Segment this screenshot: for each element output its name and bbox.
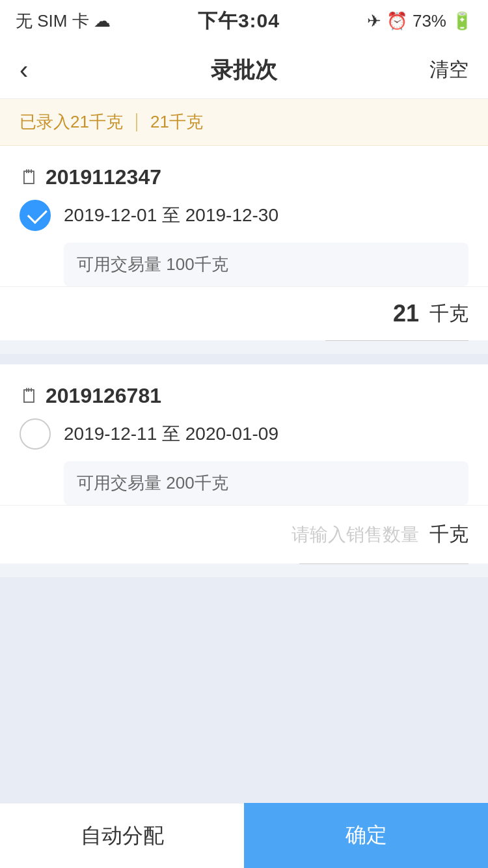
batch1-radio[interactable] <box>20 200 51 231</box>
batch1-available: 可用交易量 100千克 <box>64 243 468 286</box>
batch2-available: 可用交易量 200千克 <box>64 461 468 505</box>
empty-area <box>0 577 488 824</box>
no-sim-label: 无 SIM 卡 ☁ <box>16 10 111 33</box>
summary-divider <box>136 113 137 131</box>
batch2-row[interactable]: 2019-12-11 至 2020-01-09 <box>20 418 468 450</box>
batch2-header: 🗒 2019126781 <box>20 384 468 408</box>
section-divider <box>0 354 488 364</box>
alarm-icon: ⏰ <box>386 11 407 31</box>
summary-bar: 已录入21千克 21千克 <box>0 99 488 146</box>
nav-bar: ‹ 录批次 清空 <box>0 42 488 99</box>
back-button[interactable]: ‹ <box>20 55 59 85</box>
batch2-input-line <box>299 563 468 564</box>
batch1-icon: 🗒 <box>20 167 39 189</box>
batch2-qty-placeholder: 请输入销售数量 <box>291 522 419 547</box>
status-time: 下午3:04 <box>198 8 280 34</box>
batch1-qty-unit: 千克 <box>429 301 468 327</box>
batch2-qty-unit: 千克 <box>429 521 468 548</box>
batch1-input-line <box>325 340 468 341</box>
status-left: 无 SIM 卡 ☁ <box>16 10 111 33</box>
batch2-id: 2019126781 <box>46 384 161 408</box>
battery-label: 73% <box>413 11 446 31</box>
batch1-header: 🗒 2019112347 <box>20 165 468 189</box>
batch1-row[interactable]: 2019-12-01 至 2019-12-30 <box>20 200 468 231</box>
status-right: ✈ ⏰ 73% 🔋 <box>367 11 472 31</box>
summary-label: 已录入21千克 <box>20 111 123 133</box>
batch2-card: 🗒 2019126781 2019-12-11 至 2020-01-09 可用交… <box>0 364 488 505</box>
status-bar: 无 SIM 卡 ☁ 下午3:04 ✈ ⏰ 73% 🔋 <box>0 0 488 42</box>
auto-distribute-button[interactable]: 自动分配 <box>0 803 244 868</box>
page-title: 录批次 <box>211 55 277 85</box>
batch2-qty-input-row[interactable]: 请输入销售数量 千克 <box>0 505 488 563</box>
batch1-card: 🗒 2019112347 2019-12-01 至 2019-12-30 可用交… <box>0 146 488 286</box>
batch1-id: 2019112347 <box>46 165 161 189</box>
clear-button[interactable]: 清空 <box>429 57 468 83</box>
batch2-icon: 🗒 <box>20 385 39 407</box>
summary-amount: 21千克 <box>150 111 203 133</box>
batch1-qty-row: 21 千克 <box>0 286 488 340</box>
location-icon: ✈ <box>367 11 381 31</box>
confirm-button[interactable]: 确定 <box>244 803 488 868</box>
batch2-radio[interactable] <box>20 418 51 450</box>
batch2-date-range: 2019-12-11 至 2020-01-09 <box>64 422 278 446</box>
batch1-date-range: 2019-12-01 至 2019-12-30 <box>64 203 278 228</box>
battery-icon: 🔋 <box>452 11 472 31</box>
batch1-qty-value: 21 <box>393 300 419 327</box>
bottom-bar: 自动分配 确定 <box>0 803 488 868</box>
